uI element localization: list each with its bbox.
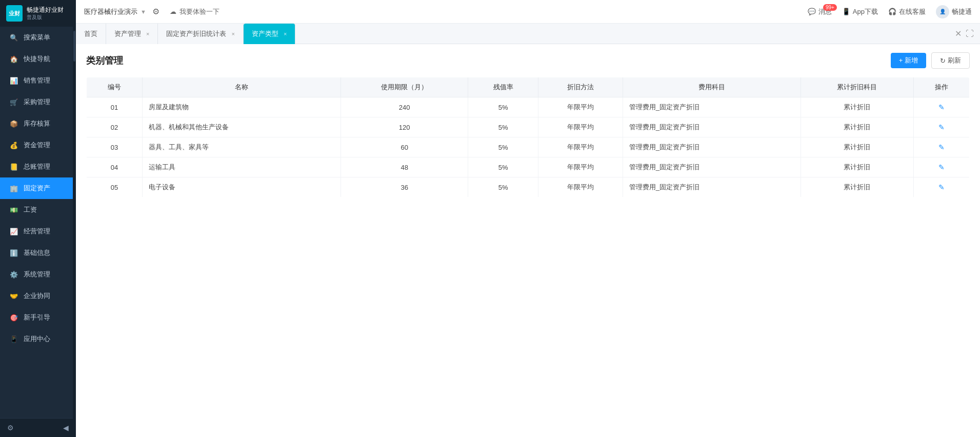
- cell-residual: 5%: [468, 97, 538, 117]
- sales-icon: 📊: [9, 76, 18, 85]
- cell-residual: 5%: [468, 117, 538, 137]
- sidebar-item-label: 采购管理: [24, 97, 50, 107]
- collapse-icon[interactable]: ◀: [63, 424, 69, 432]
- tab-depreciation-table[interactable]: 固定资产折旧统计表 ×: [158, 24, 243, 44]
- tab-asset-type[interactable]: 资产类型 ×: [244, 24, 295, 44]
- sidebar-item-sales[interactable]: 📊 销售管理: [0, 70, 76, 91]
- sidebar-item-label: 新手引导: [24, 313, 50, 322]
- col-actions: 操作: [913, 77, 969, 97]
- sidebar-item-system[interactable]: ⚙️ 系统管理: [0, 264, 76, 285]
- cell-expense: 管理费用_固定资产折旧: [623, 177, 801, 197]
- tab-asset-management-close[interactable]: ×: [146, 31, 149, 37]
- sidebar-item-label: 经营管理: [24, 227, 50, 236]
- sidebar-item-guide[interactable]: 🎯 新手引导: [0, 307, 76, 328]
- maximize-tab-icon[interactable]: ⛶: [966, 29, 974, 38]
- cell-actions[interactable]: ✎: [913, 177, 969, 197]
- company-dropdown-arrow: ▼: [141, 9, 146, 15]
- sidebar-item-inventory[interactable]: 📦 库存核算: [0, 113, 76, 134]
- col-period: 使用期限（月）: [341, 77, 468, 97]
- search-icon: 🔍: [9, 33, 18, 42]
- header-right: 💬 消息 99+ 📱 App下载 🎧 在线客服 👤 畅捷通: [808, 5, 972, 18]
- salary-icon: 💵: [9, 205, 18, 214]
- cell-actions[interactable]: ✎: [913, 117, 969, 137]
- sidebar-item-app-center[interactable]: 📱 应用中心: [0, 328, 76, 350]
- sidebar-item-label: 基础信息: [24, 248, 50, 257]
- cell-expense: 管理费用_固定资产折旧: [623, 157, 801, 177]
- tab-home[interactable]: 首页: [76, 24, 106, 44]
- customer-service-label: 在线客服: [899, 7, 926, 16]
- messages-badge: 99+: [823, 4, 837, 11]
- cell-actions[interactable]: ✎: [913, 137, 969, 157]
- experience-button[interactable]: ☁ 我要体验一下: [170, 7, 219, 16]
- cell-name: 电子设备: [143, 177, 341, 197]
- refresh-label: 刷新: [948, 56, 961, 65]
- sidebar-item-label: 固定资产: [24, 184, 50, 193]
- ledger-icon: 📒: [9, 162, 18, 171]
- sidebar-item-fixed-assets[interactable]: 🏢 固定资产: [0, 177, 76, 199]
- app-download-label: App下载: [853, 7, 878, 16]
- cell-name: 房屋及建筑物: [143, 97, 341, 117]
- sidebar-item-ledger[interactable]: 📒 总账管理: [0, 156, 76, 177]
- sidebar-item-quick-nav[interactable]: 🏠 快捷导航: [0, 48, 76, 70]
- sidebar-item-basic-info[interactable]: ℹ️ 基础信息: [0, 242, 76, 264]
- sidebar-bottom: ⚙ ◀: [0, 418, 76, 437]
- tab-asset-type-close[interactable]: ×: [284, 31, 287, 37]
- guide-icon: 🎯: [9, 313, 18, 322]
- app-download-icon: 📱: [842, 8, 850, 15]
- main-area: 医疗器械行业演示 ▼ ⚙ ☁ 我要体验一下 💬 消息 99+ 📱 App下载 🎧…: [76, 0, 980, 437]
- page-title-row: 类别管理 + 新增 ↻ 刷新: [86, 52, 970, 69]
- cell-id: 02: [87, 117, 143, 137]
- tab-asset-management[interactable]: 资产管理 ×: [106, 24, 158, 44]
- add-button[interactable]: + 新增: [891, 53, 926, 68]
- cell-accumulated: 累计折旧: [801, 177, 913, 197]
- app-download-button[interactable]: 📱 App下载: [842, 7, 878, 16]
- cell-accumulated: 累计折旧: [801, 117, 913, 137]
- cell-name: 机器、机械和其他生产设备: [143, 117, 341, 137]
- sidebar-item-purchase[interactable]: 🛒 采购管理: [0, 91, 76, 113]
- table-header-row: 编号 名称 使用期限（月） 残值率 折旧方法 费用科目 累计折旧科目 操作: [87, 77, 970, 97]
- close-tab-icon[interactable]: ✕: [955, 29, 962, 38]
- sidebar-item-label: 工资: [24, 205, 37, 214]
- page-actions: + 新增 ↻ 刷新: [891, 52, 970, 69]
- table-row: 05 电子设备 36 5% 年限平均 管理费用_固定资产折旧 累计折旧 ✎: [87, 177, 970, 197]
- company-selector[interactable]: 医疗器械行业演示 ▼: [84, 7, 146, 16]
- sidebar-item-label: 总账管理: [24, 162, 50, 171]
- edit-icon[interactable]: ✎: [938, 183, 945, 191]
- table-row: 03 器具、工具、家具等 60 5% 年限平均 管理费用_固定资产折旧 累计折旧…: [87, 137, 970, 157]
- inventory-icon: 📦: [9, 119, 18, 128]
- col-name: 名称: [143, 77, 341, 97]
- sidebar-item-label: 应用中心: [24, 334, 50, 344]
- page-content: 类别管理 + 新增 ↻ 刷新 编号 名称 使用期限（月） 残值率 折旧方法 费用…: [76, 44, 980, 437]
- fixed-assets-icon: 🏢: [9, 184, 18, 193]
- settings-bottom-icon[interactable]: ⚙: [7, 424, 14, 432]
- sidebar-item-search[interactable]: 🔍 搜索菜单: [0, 27, 76, 48]
- header-settings-icon[interactable]: ⚙: [152, 7, 159, 16]
- sidebar-item-salary[interactable]: 💵 工资: [0, 199, 76, 221]
- sidebar-logo: 业财 畅捷通好业财 普及版: [0, 0, 76, 27]
- edit-icon[interactable]: ✎: [938, 143, 945, 151]
- basic-info-icon: ℹ️: [9, 248, 18, 257]
- sidebar-item-funds[interactable]: 💰 资金管理: [0, 134, 76, 156]
- edit-icon[interactable]: ✎: [938, 163, 945, 171]
- sidebar-item-label: 搜索菜单: [24, 33, 50, 42]
- edit-icon[interactable]: ✎: [938, 123, 945, 131]
- cell-actions[interactable]: ✎: [913, 97, 969, 117]
- messages-button[interactable]: 💬 消息 99+: [808, 7, 832, 16]
- sidebar-item-label: 企业协同: [24, 291, 50, 301]
- sidebar-item-operations[interactable]: 📈 经营管理: [0, 221, 76, 242]
- refresh-button[interactable]: ↻ 刷新: [931, 52, 970, 69]
- edit-icon[interactable]: ✎: [938, 103, 945, 111]
- sidebar-item-cooperation[interactable]: 🤝 企业协同: [0, 285, 76, 307]
- cell-actions[interactable]: ✎: [913, 157, 969, 177]
- cell-period: 240: [341, 97, 468, 117]
- customer-service-button[interactable]: 🎧 在线客服: [888, 7, 926, 16]
- cell-id: 01: [87, 97, 143, 117]
- cell-accumulated: 累计折旧: [801, 97, 913, 117]
- sidebar-scrollbar-track: [73, 0, 76, 437]
- cell-method: 年限平均: [538, 137, 623, 157]
- user-menu[interactable]: 👤 畅捷通: [936, 5, 972, 18]
- col-residual: 残值率: [468, 77, 538, 97]
- app-center-icon: 📱: [9, 334, 18, 344]
- tab-depreciation-table-close[interactable]: ×: [231, 31, 234, 37]
- cell-residual: 5%: [468, 137, 538, 157]
